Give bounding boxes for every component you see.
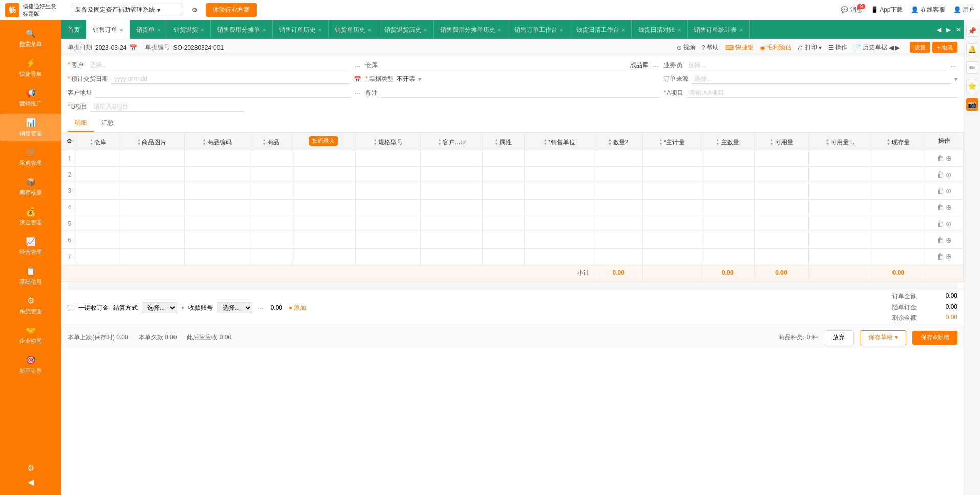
sidebar-item-newbie[interactable]: 🎯 新手引导 <box>0 351 61 379</box>
row-customer-code[interactable] <box>421 216 482 232</box>
right-panel-notify[interactable]: 🔔 <box>966 43 978 55</box>
tab-order-workbench[interactable]: 销售订单工作台 ✕ <box>508 20 570 39</box>
copy-icon[interactable]: ⊕ <box>946 236 952 244</box>
copy-icon[interactable]: ⊕ <box>946 154 952 162</box>
address-more-icon[interactable]: ··· <box>354 89 362 97</box>
row-current-stock[interactable] <box>872 150 925 166</box>
row-product-image[interactable] <box>119 150 184 166</box>
sidebar-item-finance[interactable]: 💰 资金管理 <box>0 203 61 230</box>
tab-sales-return[interactable]: 销货退货 ✕ <box>167 20 211 39</box>
row-warehouse[interactable] <box>77 166 119 183</box>
sidebar-collapse-icon[interactable]: ◀ <box>28 477 34 487</box>
row-scan[interactable] <box>292 183 355 199</box>
save-new-btn[interactable]: 保存&新增 <box>912 331 957 345</box>
row-spec[interactable] <box>355 183 421 199</box>
row-product-code[interactable] <box>184 150 250 166</box>
tab-more-btn[interactable]: ✕ <box>953 20 964 39</box>
row-main-unit[interactable] <box>643 150 701 166</box>
b-project-input[interactable] <box>91 102 244 112</box>
row-attribute[interactable] <box>482 166 524 183</box>
row-product-image[interactable] <box>119 216 184 232</box>
row-qty2[interactable] <box>594 199 643 216</box>
row-product[interactable] <box>250 199 292 216</box>
row-available2[interactable] <box>808 248 872 265</box>
address-input[interactable] <box>95 88 351 98</box>
row-main-qty[interactable] <box>701 166 754 183</box>
row-main-unit[interactable] <box>643 166 701 183</box>
row-attribute[interactable] <box>482 183 524 199</box>
help-action[interactable]: ? 帮助 <box>702 43 719 52</box>
row-product-code[interactable] <box>184 199 250 216</box>
profit-action[interactable]: ◉ 毛利预估 <box>760 43 791 52</box>
row-available2[interactable] <box>808 232 872 248</box>
row-customer-code[interactable] <box>421 166 482 183</box>
tab-close-icon[interactable]: ✕ <box>559 27 563 33</box>
row-customer-code[interactable] <box>421 248 482 265</box>
sidebar-item-basic-info[interactable]: 📋 基础信息 <box>0 262 61 290</box>
row-scan[interactable] <box>292 166 355 183</box>
tab-close-icon[interactable]: ✕ <box>497 27 502 33</box>
row-spec[interactable] <box>355 150 421 166</box>
payment-dropdown-icon[interactable]: ▾ <box>181 304 184 311</box>
row-attribute[interactable] <box>482 248 524 265</box>
copy-icon[interactable]: ⊕ <box>946 203 952 211</box>
row-sales-unit[interactable] <box>524 183 594 199</box>
row-main-unit[interactable] <box>643 199 701 216</box>
history-action[interactable]: 📄 历史单据 ◀ ▶ <box>854 43 900 52</box>
online-service[interactable]: 👤 在线客服 <box>911 6 945 14</box>
sidebar-item-purchase[interactable]: 🛒 采购管理 <box>0 143 61 171</box>
staff-more-icon[interactable]: ··· <box>949 61 957 70</box>
row-product[interactable] <box>250 248 292 265</box>
delete-icon[interactable]: 🗑 <box>937 187 944 195</box>
right-panel-camera[interactable]: 📷 <box>966 98 978 111</box>
save-draft-dropdown-icon[interactable]: ▾ <box>895 334 898 341</box>
delete-icon[interactable]: 🗑 <box>937 236 944 244</box>
print-dropdown-icon[interactable]: ▾ <box>819 44 822 51</box>
row-sales-unit[interactable] <box>524 150 594 166</box>
sidebar-item-marketing[interactable]: 📢 营销推广 <box>0 84 61 112</box>
row-product-code[interactable] <box>184 248 250 265</box>
row-main-unit[interactable] <box>643 232 701 248</box>
row-warehouse[interactable] <box>77 216 119 232</box>
row-qty2[interactable] <box>594 166 643 183</box>
row-main-qty[interactable] <box>701 150 754 166</box>
row-product-code[interactable] <box>184 232 250 248</box>
row-scan[interactable] <box>292 199 355 216</box>
tab-order-history[interactable]: 销售订单历史 ✕ <box>273 20 329 39</box>
row-spec[interactable] <box>355 166 421 183</box>
row-product-image[interactable] <box>119 183 184 199</box>
right-panel-star[interactable]: ⭐ <box>966 80 978 92</box>
tab-expense-split[interactable]: 销售费用分摊单 ✕ <box>211 20 273 39</box>
row-scan[interactable] <box>292 216 355 232</box>
copy-icon[interactable]: ⊕ <box>946 252 952 261</box>
row-warehouse[interactable] <box>77 248 119 265</box>
row-product[interactable] <box>250 150 292 166</box>
row-sales-unit[interactable] <box>524 232 594 248</box>
calendar-icon[interactable]: 📅 <box>129 44 137 51</box>
row-customer-code[interactable] <box>421 232 482 248</box>
order-source-dropdown-icon[interactable]: ▾ <box>954 76 957 83</box>
tab-close-icon[interactable]: ✕ <box>262 27 266 33</box>
row-product-code[interactable] <box>184 216 250 232</box>
tab-sales-stats[interactable]: 销售订单统计表 ✕ <box>688 20 750 39</box>
row-available[interactable] <box>754 150 808 166</box>
row-available2[interactable] <box>808 216 872 232</box>
row-spec[interactable] <box>355 248 421 265</box>
row-product[interactable] <box>250 183 292 199</box>
row-main-unit[interactable] <box>643 183 701 199</box>
row-main-unit[interactable] <box>643 248 701 265</box>
row-customer-code[interactable] <box>421 199 482 216</box>
row-warehouse[interactable] <box>77 150 119 166</box>
row-available[interactable] <box>754 232 808 248</box>
settings-btn[interactable]: 设置 <box>910 42 930 53</box>
row-scan[interactable] <box>292 150 355 166</box>
delete-icon[interactable]: 🗑 <box>937 170 944 179</box>
row-main-qty[interactable] <box>701 216 754 232</box>
delivery-calendar-icon[interactable]: 📅 <box>354 76 361 83</box>
view-action[interactable]: ⊙ 视频 <box>677 43 695 52</box>
tab-close-icon[interactable]: ✕ <box>318 27 322 33</box>
row-main-qty[interactable] <box>701 199 754 216</box>
row-current-stock[interactable] <box>872 199 925 216</box>
row-main-qty[interactable] <box>701 183 754 199</box>
row-current-stock[interactable] <box>872 232 925 248</box>
